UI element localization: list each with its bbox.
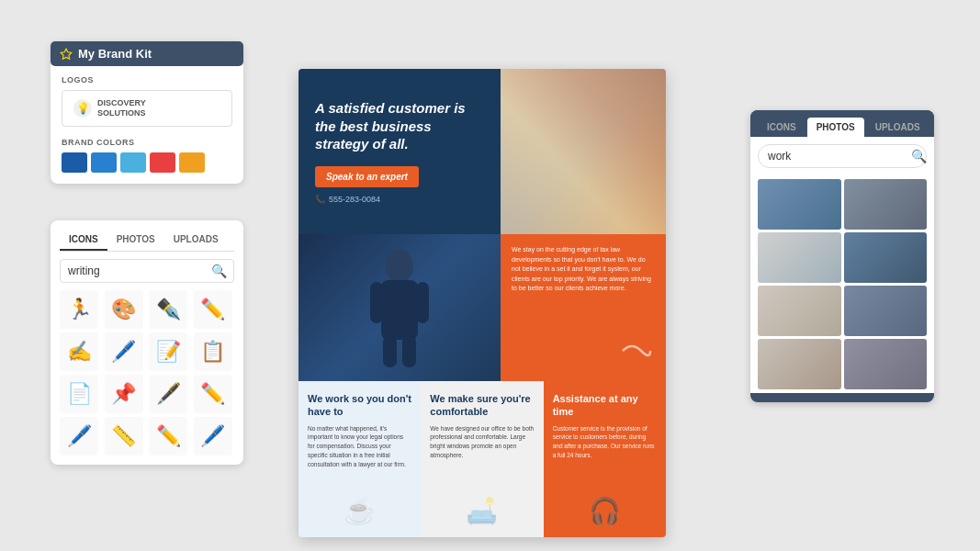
icon-cell-5[interactable]: ✍️ [60, 332, 98, 371]
photo-cell-2[interactable] [844, 179, 928, 230]
icons-tabs-row: ICONS PHOTOS UPLOADS [60, 230, 234, 252]
office-person-bg [299, 234, 501, 381]
icons-grid: 🏃 🎨 ✒️ ✏️ ✍️ 🖊️ 📝 📋 📄 📌 🖋️ ✏️ 🖊️ 📏 ✏️ 🖊️ [60, 290, 234, 455]
brand-kit-header: My Brand Kit [51, 41, 243, 66]
photos-search-area: 🔍 [750, 137, 934, 175]
color-swatches [62, 152, 232, 173]
photo-1-content [758, 179, 841, 230]
col3-icon: 🎧 [553, 496, 657, 526]
col2-title: We make sure you're comfortable [430, 392, 534, 419]
icon-cell-1[interactable]: 🏃 [60, 290, 98, 329]
photos-tab-icons[interactable]: ICONS [758, 118, 805, 137]
col1-title: We work so you don't have to [308, 392, 411, 419]
swatch-1[interactable] [62, 152, 87, 173]
person-silhouette [363, 243, 436, 372]
canvas-text-right: We stay on the cutting edge of tax law d… [501, 234, 666, 381]
hero-phone: 📞 555-283-0084 [315, 195, 484, 204]
tab-photos[interactable]: PHOTOS [107, 230, 164, 251]
main-canvas: A satisfied customer is the best busines… [299, 69, 666, 537]
canvas-right-text: We stay on the cutting edge of tax law d… [512, 245, 655, 294]
icon-cell-13[interactable]: 🖊️ [60, 417, 98, 455]
icon-cell-11[interactable]: 🖋️ [149, 375, 187, 413]
canvas-bottom: We work so you don't have to No matter w… [299, 381, 666, 537]
icon-cell-2[interactable]: 🎨 [105, 290, 143, 329]
icon-cell-9[interactable]: 📄 [60, 375, 98, 413]
tab-icons[interactable]: ICONS [60, 230, 107, 251]
canvas-right-icon [512, 337, 655, 370]
icon-cell-12[interactable]: ✏️ [194, 375, 232, 413]
photo-cell-6[interactable] [844, 286, 928, 336]
col2-icon: 🛋️ [430, 496, 534, 526]
icon-cell-14[interactable]: 📏 [105, 417, 143, 455]
photos-panel: ICONS PHOTOS UPLOADS 🔍 [750, 110, 934, 402]
icon-cell-4[interactable]: ✏️ [194, 290, 232, 329]
photo-cell-5[interactable] [758, 286, 841, 336]
svg-rect-5 [383, 335, 397, 367]
icon-cell-8[interactable]: 📋 [194, 332, 232, 371]
canvas-hero: A satisfied customer is the best busines… [299, 69, 501, 234]
col1-text: No matter what happened, it's important … [308, 424, 411, 490]
photos-search-icon: 🔍 [911, 149, 927, 163]
canvas-col-2: We make sure you're comfortable We have … [421, 381, 543, 537]
brand-colors-label: BRAND COLORS [62, 138, 232, 147]
canvas-col-3: Assistance at any time Customer service … [544, 381, 666, 537]
brand-kit-title: My Brand Kit [78, 47, 152, 61]
canvas-hero-image [501, 69, 666, 234]
tab-uploads[interactable]: UPLOADS [164, 230, 228, 251]
svg-rect-3 [370, 282, 383, 323]
swatch-5[interactable] [179, 152, 205, 173]
svg-point-1 [386, 250, 413, 283]
col3-title: Assistance at any time [553, 392, 657, 419]
svg-rect-4 [416, 282, 429, 323]
canvas-col-1: We work so you don't have to No matter w… [299, 381, 421, 537]
star-icon [60, 48, 73, 61]
photos-tab-photos[interactable]: PHOTOS [807, 118, 864, 137]
swatch-3[interactable] [120, 152, 146, 173]
photos-grid [750, 175, 934, 393]
icon-cell-6[interactable]: 🖊️ [105, 332, 143, 371]
photos-search-input[interactable] [768, 150, 906, 163]
brand-kit-panel: My Brand Kit LOGOS 💡 DISCOVERYSOLUTIONS … [51, 41, 243, 184]
col3-text: Customer service is the provision of ser… [553, 424, 657, 490]
icons-search-input[interactable] [68, 264, 206, 277]
logo-name: DISCOVERYSOLUTIONS [97, 98, 146, 118]
photo-cell-3[interactable] [758, 232, 841, 283]
swatch-2[interactable] [91, 152, 117, 173]
photos-tab-uploads[interactable]: UPLOADS [866, 118, 929, 137]
svg-marker-0 [61, 49, 72, 59]
icons-panel: ICONS PHOTOS UPLOADS 🔍 🏃 🎨 ✒️ ✏️ ✍️ 🖊️ 📝… [51, 220, 243, 465]
photos-search-bar[interactable]: 🔍 [758, 144, 927, 168]
photo-cell-1[interactable] [758, 179, 841, 230]
canvas-middle: We stay on the cutting edge of tax law d… [299, 234, 666, 381]
col2-text: We have designed our office to be both p… [430, 424, 534, 490]
photo-7-content [758, 339, 841, 389]
svg-rect-2 [381, 280, 418, 340]
canvas-office-image [299, 234, 501, 381]
photo-cell-7[interactable] [758, 339, 841, 389]
icons-search-bar[interactable]: 🔍 [60, 259, 234, 283]
svg-rect-6 [402, 335, 416, 367]
logos-label: LOGOS [62, 75, 232, 84]
icon-cell-15[interactable]: ✏️ [149, 417, 187, 455]
photo-cell-4[interactable] [844, 232, 928, 283]
photos-tabs-row: ICONS PHOTOS UPLOADS [750, 110, 934, 137]
swatch-4[interactable] [150, 152, 175, 173]
logo-box: 💡 DISCOVERYSOLUTIONS [62, 90, 232, 127]
icon-cell-10[interactable]: 📌 [105, 375, 143, 413]
photo-cell-8[interactable] [844, 339, 928, 389]
canvas-top: A satisfied customer is the best busines… [299, 69, 666, 234]
photo-3-content [758, 232, 841, 283]
icon-cell-7[interactable]: 📝 [149, 332, 187, 371]
photo-8-content [844, 339, 928, 389]
col1-icon: ☕ [308, 496, 411, 526]
icon-cell-3[interactable]: ✒️ [149, 290, 187, 329]
hero-quote: A satisfied customer is the best busines… [315, 99, 484, 153]
photo-5-content [758, 286, 841, 336]
hero-button[interactable]: Speak to an expert [315, 166, 419, 187]
icons-search-button[interactable]: 🔍 [211, 264, 227, 278]
logo-icon: 💡 [73, 99, 92, 118]
photo-4-content [844, 232, 928, 283]
photo-6-content [844, 286, 928, 336]
staircase-decoration [501, 69, 666, 234]
icon-cell-16[interactable]: 🖊️ [194, 417, 232, 455]
